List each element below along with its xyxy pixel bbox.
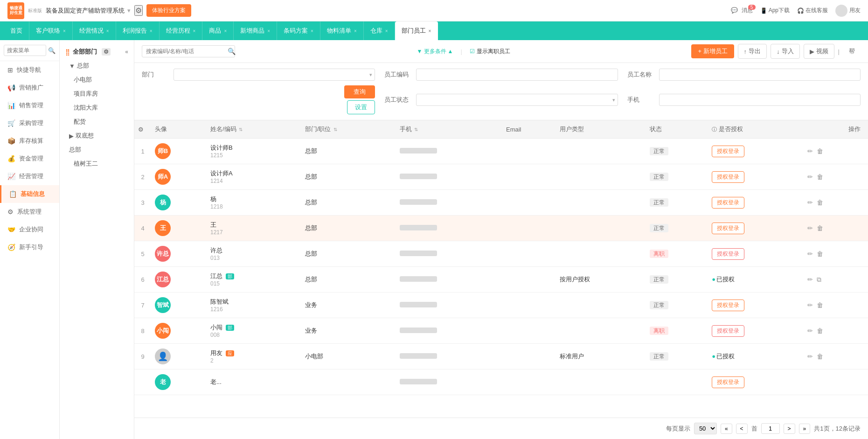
- current-page-input[interactable]: [761, 423, 780, 434]
- dept-item[interactable]: 植树王二: [60, 157, 134, 171]
- edit-icon[interactable]: ✏: [807, 301, 813, 309]
- online-service-button[interactable]: 🎧 在线客服: [797, 7, 828, 14]
- tab-employees[interactable]: 部门员工 ×: [395, 21, 438, 40]
- close-icon[interactable]: ×: [150, 28, 153, 34]
- edit-icon[interactable]: ✏: [807, 327, 813, 334]
- dept-item[interactable]: 小电部: [60, 73, 134, 87]
- authorize-button[interactable]: 授权登录: [712, 376, 744, 388]
- dept-item[interactable]: ▶ 双底想: [60, 129, 134, 143]
- tab-operations[interactable]: 经营情况 ×: [73, 21, 116, 40]
- close-icon[interactable]: ×: [63, 28, 66, 34]
- sidebar-item-enterprise[interactable]: 🤝 企业协同: [0, 221, 59, 238]
- first-page-button[interactable]: «: [721, 424, 732, 434]
- close-icon[interactable]: ×: [311, 28, 313, 34]
- authorize-button[interactable]: 授权登录: [712, 300, 744, 311]
- authorize-button[interactable]: 授权登录: [712, 171, 744, 183]
- sidebar-item-operations[interactable]: 📈 经营管理: [0, 167, 59, 185]
- help-button[interactable]: 帮: [843, 44, 861, 58]
- delete-icon[interactable]: 🗑: [817, 250, 823, 258]
- delete-icon[interactable]: 🗑: [817, 301, 823, 309]
- close-icon[interactable]: ×: [193, 28, 196, 34]
- edit-icon[interactable]: ✏: [807, 250, 813, 258]
- close-icon[interactable]: ×: [224, 28, 227, 34]
- authorize-button[interactable]: 授权登录: [712, 197, 744, 209]
- next-page-button[interactable]: >: [784, 424, 795, 434]
- emp-status-select[interactable]: [416, 94, 618, 106]
- mobile-input[interactable]: [659, 94, 861, 106]
- query-button[interactable]: 查询: [344, 85, 375, 98]
- copy-icon[interactable]: ⧉: [817, 276, 821, 284]
- gear-button[interactable]: ⚙: [134, 5, 143, 16]
- sort-mobile-icon[interactable]: ⇅: [414, 127, 418, 132]
- sidebar-search-input[interactable]: [4, 45, 46, 56]
- authorize-button[interactable]: 授权登录: [712, 223, 744, 234]
- edit-icon[interactable]: ✏: [807, 353, 813, 360]
- search-input[interactable]: [142, 45, 235, 57]
- delete-icon[interactable]: 🗑: [817, 224, 823, 232]
- close-icon[interactable]: ×: [429, 28, 431, 34]
- tab-profit[interactable]: 利润报告 ×: [116, 21, 160, 40]
- tab-customer[interactable]: 客户联络 ×: [29, 21, 73, 40]
- sidebar-item-marketing[interactable]: 📢 营销推广: [0, 79, 59, 97]
- dept-collapse-button[interactable]: «: [125, 49, 128, 55]
- delete-icon[interactable]: 🗑: [817, 147, 823, 155]
- search-icon[interactable]: 🔍: [228, 48, 236, 55]
- sidebar-item-sales[interactable]: 📊 销售管理: [0, 97, 59, 114]
- emp-name-input[interactable]: [659, 69, 861, 81]
- sidebar-item-quick-nav[interactable]: ⊞ 快捷导航: [0, 61, 59, 79]
- edit-icon[interactable]: ✏: [807, 224, 813, 232]
- user-area[interactable]: 用友: [835, 5, 861, 17]
- sidebar-item-basic-info[interactable]: 📋 基础信息: [0, 185, 59, 203]
- edit-icon[interactable]: ✏: [807, 276, 813, 283]
- delete-icon[interactable]: 🗑: [817, 353, 823, 360]
- close-icon[interactable]: ×: [354, 28, 357, 34]
- close-icon[interactable]: ×: [106, 28, 109, 34]
- tab-goods[interactable]: 商品 ×: [202, 21, 234, 40]
- delete-icon[interactable]: 🗑: [817, 199, 823, 206]
- trial-button[interactable]: 体验行业方案: [146, 4, 191, 17]
- export-button[interactable]: ↑ 导出: [738, 44, 767, 59]
- dept-select[interactable]: [174, 69, 375, 81]
- prev-page-button[interactable]: <: [736, 424, 748, 434]
- edit-icon[interactable]: ✏: [807, 147, 813, 155]
- tab-warehouse[interactable]: 仓库 ×: [364, 21, 395, 40]
- system-dropdown-icon[interactable]: ▾: [127, 7, 131, 14]
- import-button[interactable]: ↓ 导入: [771, 44, 800, 59]
- edit-icon[interactable]: ✏: [807, 173, 813, 181]
- reset-button[interactable]: 设置: [347, 100, 375, 114]
- authorize-button[interactable]: 授权登录: [712, 146, 744, 157]
- settings-icon[interactable]: ⚙: [138, 126, 144, 133]
- dept-settings-icon[interactable]: ⚙: [102, 48, 111, 56]
- message-button[interactable]: 💬 5 消息: [731, 7, 752, 14]
- dept-item[interactable]: 沈阳大库: [60, 101, 134, 115]
- tab-home[interactable]: 首页: [4, 21, 29, 40]
- video-button[interactable]: ▶ 视频: [804, 44, 834, 59]
- close-icon[interactable]: ×: [267, 28, 270, 34]
- delete-icon[interactable]: 🗑: [817, 173, 823, 181]
- sidebar-search-icon[interactable]: 🔍: [48, 47, 56, 54]
- sidebar-item-guide[interactable]: 🧭 新手引导: [0, 238, 59, 256]
- sidebar-item-purchase[interactable]: 🛒 采购管理: [0, 114, 59, 132]
- dept-item[interactable]: 总部: [60, 143, 134, 157]
- dept-item[interactable]: ▼ 总部: [60, 59, 134, 73]
- dept-item[interactable]: 配货: [60, 115, 134, 129]
- tab-barcode[interactable]: 条码方案 ×: [277, 21, 320, 40]
- last-page-button[interactable]: »: [799, 424, 811, 434]
- dept-item[interactable]: 项目库房: [60, 87, 134, 101]
- per-page-select[interactable]: 50: [694, 423, 717, 434]
- sidebar-item-system[interactable]: ⚙ 系统管理: [0, 203, 59, 221]
- add-employee-button[interactable]: + 新增员工: [691, 44, 734, 58]
- tab-bom[interactable]: 物料清单 ×: [320, 21, 364, 40]
- sort-name-icon[interactable]: ⇅: [239, 127, 243, 132]
- tab-add-goods[interactable]: 新增商品 ×: [234, 21, 277, 40]
- sort-dept-icon[interactable]: ⇅: [333, 127, 337, 132]
- show-resigned-toggle[interactable]: ☑ 显示离职员工: [470, 48, 510, 56]
- sidebar-item-inventory[interactable]: 📦 库存核算: [0, 132, 59, 150]
- edit-icon[interactable]: ✏: [807, 199, 813, 206]
- authorize-button[interactable]: 授权登录: [712, 248, 744, 260]
- tab-history[interactable]: 经营历程 ×: [160, 21, 203, 40]
- sidebar-item-finance[interactable]: 💰 资金管理: [0, 150, 59, 167]
- emp-code-input[interactable]: [416, 69, 618, 81]
- more-conditions-button[interactable]: ▼ 更多条件 ▲: [417, 48, 453, 56]
- close-icon[interactable]: ×: [385, 28, 388, 34]
